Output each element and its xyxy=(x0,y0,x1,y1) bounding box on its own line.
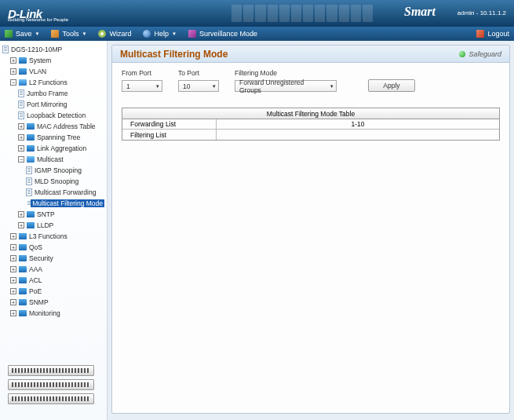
tree-multicast[interactable]: −Multicast xyxy=(2,154,104,165)
tree-l3[interactable]: +L3 Functions xyxy=(2,231,104,242)
tree-igmp[interactable]: IGMP Snooping xyxy=(2,165,104,176)
expand-icon[interactable]: + xyxy=(10,266,16,272)
tree-l2[interactable]: −L2 Functions xyxy=(2,77,104,88)
tree-root[interactable]: DGS-1210-10MP xyxy=(2,44,104,55)
expand-icon[interactable]: + xyxy=(10,299,16,305)
row-value xyxy=(217,130,499,140)
expand-icon[interactable]: + xyxy=(10,57,16,64)
tree-security[interactable]: +Security xyxy=(2,253,104,264)
expand-icon[interactable]: + xyxy=(10,288,16,294)
tree-lldp[interactable]: +LLDP xyxy=(2,220,104,231)
collapse-icon[interactable]: − xyxy=(18,156,24,163)
folder-icon xyxy=(27,156,35,163)
table-row: Filtering List xyxy=(122,130,499,140)
page-icon xyxy=(26,199,28,207)
folder-icon xyxy=(19,79,27,86)
content-area: Multicast Filtering Mode Safeguard From … xyxy=(108,41,514,420)
expand-icon[interactable]: + xyxy=(10,233,16,239)
page-icon xyxy=(18,100,24,108)
surveillance-button[interactable]: Surveillance Mode xyxy=(188,30,257,38)
expand-icon[interactable]: + xyxy=(10,68,16,75)
to-port-field: To Port 10 xyxy=(178,69,219,92)
folder-icon xyxy=(19,288,27,294)
folder-icon xyxy=(19,310,27,316)
wizard-button[interactable]: Wizard xyxy=(98,30,131,38)
tree-system[interactable]: +System xyxy=(2,55,104,66)
page-title: Multicast Filtering Mode xyxy=(120,49,228,60)
logout-button[interactable]: Logout xyxy=(476,30,509,38)
wizard-icon xyxy=(98,30,106,38)
mode-select[interactable]: Forward Unregistered Groups xyxy=(235,80,337,92)
tree-monitoring[interactable]: +Monitoring xyxy=(2,308,104,319)
tree-linkagg[interactable]: +Link Aggregation xyxy=(2,143,104,154)
expand-icon[interactable]: + xyxy=(10,244,16,250)
folder-icon xyxy=(27,145,35,152)
status-dot-icon xyxy=(459,51,465,57)
tree-spanning[interactable]: +Spanning Tree xyxy=(2,132,104,143)
tree-mld[interactable]: MLD Snooping xyxy=(2,176,104,187)
tree-mfmode[interactable]: Multicast Filtering Mode xyxy=(2,198,104,209)
folder-icon xyxy=(19,233,27,239)
logo: D-Link Building Networks for People xyxy=(8,7,42,20)
tree-aaa[interactable]: +AAA xyxy=(2,264,104,275)
save-menu[interactable]: Save▼ xyxy=(5,30,39,38)
tree-portmirror[interactable]: Port Mirroring xyxy=(2,99,104,110)
device-icon xyxy=(2,46,9,53)
folder-icon xyxy=(27,222,35,228)
tree-sntp[interactable]: +SNTP xyxy=(2,209,104,220)
expand-icon[interactable]: + xyxy=(10,277,16,283)
nav-tree: DGS-1210-10MP +System +VLAN −L2 Function… xyxy=(0,41,108,420)
expand-icon[interactable]: + xyxy=(18,211,24,217)
expand-icon[interactable]: + xyxy=(18,123,24,130)
header-banner: D-Link Building Networks for People Smar… xyxy=(0,0,514,27)
expand-icon[interactable]: + xyxy=(18,222,24,228)
tree-poe[interactable]: +PoE xyxy=(2,286,104,297)
folder-icon xyxy=(19,68,27,75)
mode-field: Filtering Mode Forward Unregistered Grou… xyxy=(235,69,337,92)
expand-icon[interactable]: + xyxy=(10,310,16,316)
device-image xyxy=(8,365,94,404)
folder-icon xyxy=(19,244,27,250)
collapse-icon[interactable]: − xyxy=(10,79,16,86)
folder-icon xyxy=(19,277,27,283)
folder-icon xyxy=(27,123,35,130)
table-row: Forwarding List 1-10 xyxy=(122,119,499,130)
folder-icon xyxy=(27,211,35,217)
table-title: Multicast Filtering Mode Table xyxy=(122,108,499,119)
apply-button[interactable]: Apply xyxy=(368,79,415,92)
tree-acl[interactable]: +ACL xyxy=(2,275,104,286)
folder-icon xyxy=(19,57,27,64)
expand-icon[interactable]: + xyxy=(18,145,24,152)
folder-icon xyxy=(19,255,27,261)
from-port-label: From Port xyxy=(122,69,162,77)
tools-menu[interactable]: Tools▼ xyxy=(51,30,86,38)
logout-icon xyxy=(476,30,484,38)
toolbar: Save▼ Tools▼ Wizard Help▼ Surveillance M… xyxy=(0,27,514,41)
tree-jumbo[interactable]: Jumbo Frame xyxy=(2,88,104,99)
tree-vlan[interactable]: +VLAN xyxy=(2,66,104,77)
surveillance-icon xyxy=(188,30,196,38)
admin-info: admin - 10.11.1.2 xyxy=(454,9,506,16)
help-menu[interactable]: Help▼ xyxy=(143,30,176,38)
tree-mfwd[interactable]: Multicast Forwarding xyxy=(2,187,104,198)
apply-col: Apply xyxy=(368,79,415,92)
tree-loopback[interactable]: Loopback Detection xyxy=(2,110,104,121)
row-value: 1-10 xyxy=(217,119,499,129)
expand-icon[interactable]: + xyxy=(10,255,16,261)
tree-snmp[interactable]: +SNMP xyxy=(2,297,104,308)
panel-header: Multicast Filtering Mode Safeguard xyxy=(112,46,509,63)
to-port-select[interactable]: 10 xyxy=(178,80,219,92)
page-icon xyxy=(26,166,32,174)
tools-icon xyxy=(51,30,59,38)
tree-qos[interactable]: +QoS xyxy=(2,242,104,253)
tree-mac[interactable]: +MAC Address Table xyxy=(2,121,104,132)
page-icon xyxy=(26,188,32,196)
folder-icon xyxy=(19,266,27,272)
chevron-down-icon: ▼ xyxy=(35,31,40,36)
expand-icon[interactable]: + xyxy=(18,134,24,141)
row-label: Filtering List xyxy=(122,130,217,140)
page-icon xyxy=(18,89,24,97)
from-port-select[interactable]: 1 xyxy=(122,80,162,92)
chevron-down-icon: ▼ xyxy=(172,31,177,36)
to-port-label: To Port xyxy=(178,69,219,77)
